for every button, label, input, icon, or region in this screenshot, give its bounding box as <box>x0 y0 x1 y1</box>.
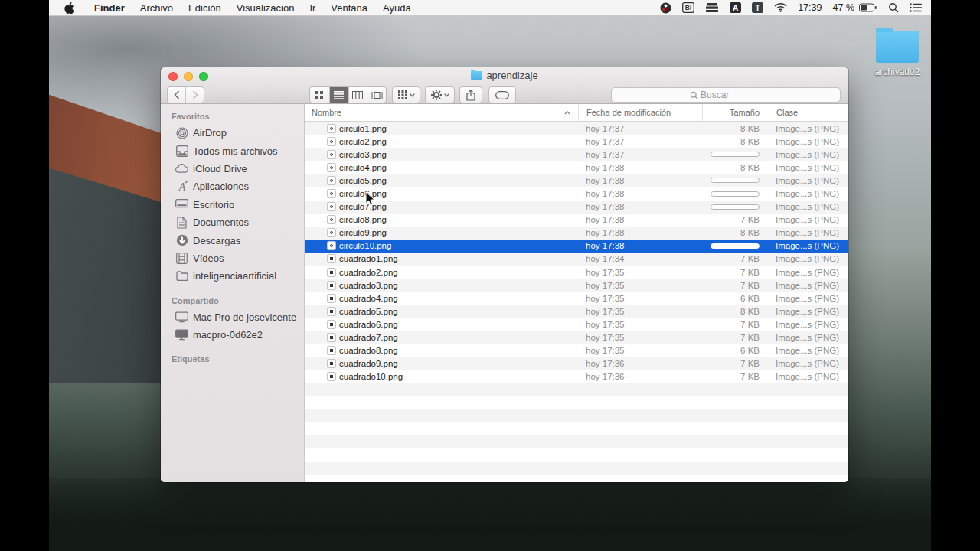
sidebar-item-inteligenciaartificial[interactable]: inteligenciaartificial <box>161 267 304 285</box>
sidebar-item-icloud-drive[interactable]: iCloud Drive <box>161 160 304 178</box>
column-header-nombre[interactable]: Nombre <box>305 104 578 121</box>
finder-window: aprendizaje <box>161 67 848 482</box>
square-thumbnail-mark <box>330 349 333 352</box>
columns-view-button[interactable] <box>348 87 368 103</box>
window-chrome[interactable]: aprendizaje <box>161 67 848 104</box>
sidebar-item-todos-mis-archivos[interactable]: Todos mis archivos <box>161 142 304 159</box>
file-thumbnail-icon <box>327 307 336 316</box>
file-row[interactable]: cuadrado8.pnghoy 17:356 KBImage...s (PNG… <box>305 344 848 357</box>
file-row[interactable]: cuadrado2.pnghoy 17:357 KBImage...s (PNG… <box>305 266 848 279</box>
file-row[interactable]: cuadrado10.pnghoy 17:367 KBImage...s (PN… <box>305 370 848 383</box>
file-kind-cell: Image...s (PNG) <box>766 189 848 198</box>
file-size-cell <box>702 204 766 210</box>
icons-view-button[interactable] <box>310 87 329 103</box>
file-name: circulo2.png <box>339 137 387 146</box>
menu-item-ventana[interactable]: Ventana <box>323 0 375 16</box>
battery-percentage: 47 % <box>833 2 855 13</box>
menu-item-finder[interactable]: Finder <box>87 0 132 16</box>
documents-icon <box>175 216 188 229</box>
file-thumbnail-icon <box>327 359 336 368</box>
circle-thumbnail-mark <box>330 179 333 182</box>
file-row[interactable]: cuadrado5.pnghoy 17:358 KBImage...s (PNG… <box>305 305 848 318</box>
search-field[interactable] <box>611 87 841 103</box>
file-kind-cell: Image...s (PNG) <box>766 320 848 329</box>
apple-icon[interactable] <box>64 2 74 14</box>
column-header-clase[interactable]: Clase <box>766 104 848 121</box>
file-name-cell: circulo5.png <box>305 176 578 185</box>
file-row[interactable]: circulo7.pnghoy 17:38Image...s (PNG) <box>305 201 848 214</box>
file-row[interactable]: cuadrado6.pnghoy 17:357 KBImage...s (PNG… <box>305 318 848 331</box>
file-name: cuadrado6.png <box>339 320 398 329</box>
file-row[interactable]: circulo5.pnghoy 17:38Image...s (PNG) <box>305 174 848 187</box>
file-row[interactable]: cuadrado1.pnghoy 17:347 KBImage...s (PNG… <box>305 253 848 266</box>
file-row[interactable]: circulo9.pnghoy 17:388 KBImage...s (PNG) <box>305 227 848 240</box>
sidebar-item-descargas[interactable]: Descargas <box>161 231 304 249</box>
file-row[interactable]: cuadrado4.pnghoy 17:356 KBImage...s (PNG… <box>305 292 848 305</box>
file-row[interactable]: circulo4.pnghoy 17:388 KBImage...s (PNG) <box>305 161 848 174</box>
file-size-cell: 8 KB <box>702 228 766 237</box>
file-size-cell <box>702 243 766 249</box>
menu-item-edición[interactable]: Edición <box>181 0 229 16</box>
file-thumbnail-icon <box>327 254 336 263</box>
column-header-fecha[interactable]: Fecha de modificación <box>578 104 702 121</box>
action-gear-button[interactable] <box>425 86 455 103</box>
file-name: cuadrado7.png <box>339 333 398 342</box>
battery-icon[interactable] <box>859 2 877 14</box>
desktop-folder-archivado2[interactable]: archivado2 <box>866 31 929 77</box>
coverflow-view-button[interactable] <box>367 87 386 103</box>
file-row[interactable]: circulo1.pnghoy 17:378 KBImage...s (PNG) <box>305 122 848 135</box>
menu-clock[interactable]: 17:39 <box>798 2 822 13</box>
menu-item-ir[interactable]: Ir <box>302 0 323 16</box>
file-size-cell: 7 KB <box>702 215 766 224</box>
file-name-cell: cuadrado6.png <box>305 320 578 329</box>
sidebar-item-macpro-0d62e2[interactable]: macpro-0d62e2 <box>161 326 304 344</box>
adobe-icon[interactable]: A <box>730 2 741 14</box>
file-row[interactable]: circulo3.pnghoy 17:37Image...s (PNG) <box>305 148 848 161</box>
list-view-button[interactable] <box>329 87 348 103</box>
file-modified-cell: hoy 17:35 <box>578 333 702 342</box>
svg-text:A: A <box>733 4 738 12</box>
file-name-cell: circulo9.png <box>305 228 578 237</box>
share-button[interactable] <box>459 86 482 103</box>
sidebar-item-documentos[interactable]: Documentos <box>161 214 304 231</box>
sidebar-item-label: iCloud Drive <box>193 163 247 174</box>
file-name: cuadrado8.png <box>339 346 398 355</box>
notification-center-icon[interactable] <box>910 2 922 14</box>
column-header-tamano[interactable]: Tamaño <box>702 104 766 121</box>
search-input[interactable] <box>701 90 762 100</box>
teamviewer-icon[interactable]: T <box>752 2 763 14</box>
tag-button[interactable] <box>488 86 516 103</box>
menu-item-visualización[interactable]: Visualización <box>229 0 302 16</box>
sidebar-section-favoritos: Favoritos <box>161 112 304 124</box>
file-name-cell: circulo2.png <box>305 137 578 146</box>
sidebar-item-escritorio[interactable]: Escritorio <box>161 196 304 214</box>
finder-sidebar: FavoritosAirDropTodos mis archivosiCloud… <box>161 104 305 482</box>
obs-icon[interactable] <box>660 2 671 14</box>
wifi-icon[interactable] <box>774 2 787 14</box>
file-row[interactable]: cuadrado9.pnghoy 17:367 KBImage...s (PNG… <box>305 357 848 370</box>
file-row[interactable]: cuadrado7.pnghoy 17:357 KBImage...s (PNG… <box>305 331 848 344</box>
bi-icon[interactable]: BI <box>682 2 694 14</box>
back-button[interactable] <box>168 87 185 103</box>
view-mode-segmented-control <box>309 86 387 103</box>
sidebar-item-aplicaciones[interactable]: AAplicaciones <box>161 178 304 195</box>
file-row[interactable]: cuadrado3.pnghoy 17:357 KBImage...s (PNG… <box>305 279 848 292</box>
arrange-button[interactable] <box>392 86 420 103</box>
file-thumbnail-icon <box>327 202 336 211</box>
square-thumbnail-mark <box>330 375 333 378</box>
sidebar-item-mac-pro-de-josevicente[interactable]: Mac Pro de josevicente <box>161 308 304 326</box>
file-thumbnail-icon <box>327 346 336 355</box>
file-row[interactable]: circulo2.pnghoy 17:378 KBImage...s (PNG) <box>305 135 848 148</box>
file-row[interactable]: circulo6.pnghoy 17:38Image...s (PNG) <box>305 187 848 200</box>
sidebar-item-airdrop[interactable]: AirDrop <box>161 124 304 142</box>
spotlight-icon[interactable] <box>888 2 899 14</box>
drobo-icon[interactable] <box>705 2 719 14</box>
forward-button[interactable] <box>185 87 204 103</box>
menu-item-ayuda[interactable]: Ayuda <box>375 0 419 16</box>
file-row[interactable]: circulo10.pnghoy 17:38Image...s (PNG) <box>305 240 848 253</box>
sidebar-item-label: Mac Pro de josevicente <box>193 311 296 323</box>
file-row[interactable]: circulo8.pnghoy 17:387 KBImage...s (PNG) <box>305 214 848 227</box>
size-calculating-pill <box>710 204 760 210</box>
sidebar-item-v-deos[interactable]: Vídeos <box>161 249 304 267</box>
menu-item-archivo[interactable]: Archivo <box>132 0 181 16</box>
